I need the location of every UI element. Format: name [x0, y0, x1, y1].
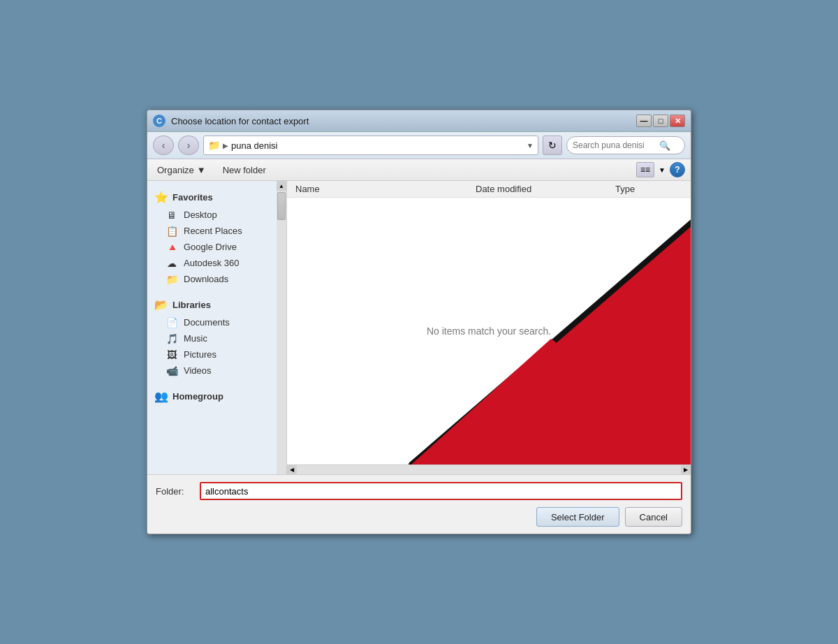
app-icon: C: [153, 115, 166, 127]
sidebar-item-google-drive[interactable]: 🔺 Google Drive: [147, 239, 277, 255]
search-box[interactable]: 🔍: [566, 136, 685, 154]
videos-label: Videos: [184, 365, 212, 376]
videos-icon: 📹: [166, 366, 178, 376]
google-drive-label: Google Drive: [184, 242, 237, 252]
back-button[interactable]: ‹: [153, 136, 174, 155]
search-input[interactable]: [573, 140, 656, 150]
sidebar-item-recent-places[interactable]: 📋 Recent Places: [147, 223, 277, 239]
dialog-title: Choose location for contact export: [171, 116, 309, 126]
navigation-bar: ‹ › 📁 ▶ puna denisi ▼ ↻ 🔍: [147, 132, 691, 159]
documents-label: Documents: [184, 317, 230, 328]
main-area: ⭐ Favorites 🖥 Desktop 📋 Recent Places 🔺 …: [147, 181, 691, 474]
view-options-button[interactable]: ≡≡: [636, 162, 654, 177]
favorites-section-header: ⭐ Favorites: [147, 186, 277, 207]
view-dropdown-icon: ▼: [659, 166, 666, 174]
homegroup-label: Homegroup: [172, 391, 223, 402]
col-date-header[interactable]: Date modified: [476, 184, 615, 194]
downloads-label: Downloads: [184, 274, 228, 284]
title-bar-left: C Choose location for contact export: [153, 115, 309, 127]
scroll-right-button[interactable]: ▶: [681, 465, 691, 475]
toolbar-right: ≡≡ ▼ ?: [636, 162, 685, 177]
autodesk-label: Autodesk 360: [184, 258, 240, 268]
window-controls: — □ ✕: [636, 115, 685, 127]
sidebar-item-autodesk[interactable]: ☁ Autodesk 360: [147, 255, 277, 271]
google-drive-icon: 🔺: [166, 242, 178, 252]
sidebar-item-downloads[interactable]: 📁 Downloads: [147, 271, 277, 287]
col-name-header[interactable]: Name: [293, 184, 476, 194]
organize-dropdown-icon: ▼: [197, 165, 206, 175]
folder-label: Folder:: [156, 486, 194, 497]
folder-row: Folder:: [156, 482, 682, 500]
col-type-header[interactable]: Type: [615, 184, 685, 194]
file-list-content: No items match your search.: [287, 198, 691, 464]
cancel-button[interactable]: Cancel: [625, 507, 682, 527]
sidebar-item-desktop[interactable]: 🖥 Desktop: [147, 207, 277, 223]
path-dropdown-button[interactable]: ▼: [527, 142, 534, 149]
file-list-header: Name Date modified Type: [287, 181, 691, 198]
sidebar: ⭐ Favorites 🖥 Desktop 📋 Recent Places 🔺 …: [147, 181, 287, 474]
recent-places-icon: 📋: [166, 226, 178, 236]
sidebar-item-pictures[interactable]: 🖼 Pictures: [147, 346, 277, 363]
forward-button[interactable]: ›: [178, 136, 199, 155]
bottom-bar: Folder: Select Folder Cancel: [147, 474, 691, 534]
toolbar: Organize ▼ New folder ≡≡ ▼ ?: [147, 159, 691, 181]
libraries-section-header: 📂 Libraries: [147, 294, 277, 314]
sidebar-content: ⭐ Favorites 🖥 Desktop 📋 Recent Places 🔺 …: [147, 186, 286, 406]
organize-label: Organize: [157, 165, 194, 175]
minimize-button[interactable]: —: [636, 115, 652, 127]
folder-input[interactable]: [200, 482, 682, 500]
sidebar-item-videos[interactable]: 📹 Videos: [147, 363, 277, 379]
scroll-track[interactable]: [297, 465, 681, 474]
file-area: Name Date modified Type No items match y…: [287, 181, 691, 474]
title-bar: C Choose location for contact export — □…: [147, 110, 691, 132]
favorites-icon: ⭐: [154, 191, 168, 204]
empty-message: No items match your search.: [427, 325, 551, 337]
refresh-button[interactable]: ↻: [543, 136, 562, 155]
path-separator: ▶: [223, 142, 228, 149]
select-folder-button[interactable]: Select Folder: [536, 507, 619, 527]
current-path: puna denisi: [231, 140, 278, 151]
libraries-icon: 📂: [154, 298, 168, 312]
button-row: Select Folder Cancel: [156, 507, 682, 527]
help-icon: ?: [675, 165, 679, 175]
organize-button[interactable]: Organize ▼: [153, 163, 210, 177]
music-label: Music: [184, 333, 207, 344]
scroll-up-button[interactable]: ▲: [277, 181, 286, 191]
music-icon: 🎵: [166, 334, 178, 344]
sidebar-scrollbar[interactable]: ▲: [277, 181, 286, 474]
sidebar-item-music[interactable]: 🎵 Music: [147, 330, 277, 346]
pictures-label: Pictures: [184, 349, 216, 360]
desktop-icon: 🖥: [166, 210, 178, 220]
desktop-label: Desktop: [184, 210, 217, 220]
close-button[interactable]: ✕: [670, 115, 685, 127]
new-folder-button[interactable]: New folder: [219, 163, 270, 177]
maximize-button[interactable]: □: [653, 115, 668, 127]
scroll-left-button[interactable]: ◀: [287, 465, 297, 475]
homegroup-icon: 👥: [154, 390, 168, 403]
favorites-label: Favorites: [172, 192, 213, 203]
dialog-window: C Choose location for contact export — □…: [147, 110, 691, 534]
libraries-label: Libraries: [172, 300, 211, 310]
documents-icon: 📄: [166, 318, 178, 328]
autodesk-icon: ☁: [166, 258, 178, 268]
pictures-icon: 🖼: [166, 350, 178, 360]
search-icon: 🔍: [659, 140, 670, 151]
new-folder-label: New folder: [223, 165, 266, 175]
svg-marker-1: [411, 339, 691, 464]
horizontal-scrollbar[interactable]: ◀ ▶: [287, 464, 691, 474]
view-icon: ≡≡: [640, 165, 650, 175]
folder-icon: 📁: [208, 140, 220, 151]
sidebar-item-documents[interactable]: 📄 Documents: [147, 314, 277, 330]
recent-places-label: Recent Places: [184, 226, 242, 236]
scroll-thumb[interactable]: [277, 192, 286, 220]
homegroup-section-header: 👥 Homegroup: [147, 386, 277, 406]
downloads-icon: 📁: [166, 275, 178, 284]
address-bar[interactable]: 📁 ▶ puna denisi ▼: [203, 136, 538, 155]
help-button[interactable]: ?: [670, 162, 685, 177]
